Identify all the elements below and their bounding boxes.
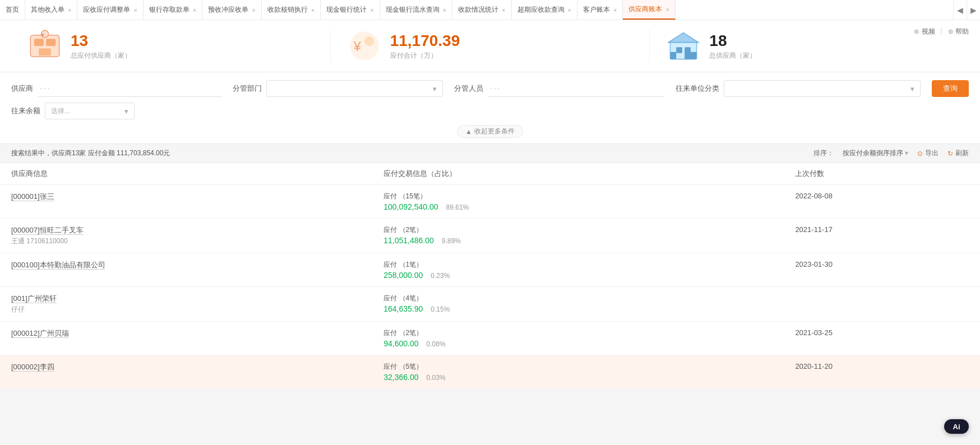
tab-income[interactable]: 其他收入单 × (25, 0, 77, 20)
svg-text:¥: ¥ (41, 31, 45, 38)
col-tx-info: 应付交易信息（占比） (372, 163, 784, 185)
tab-cashstat[interactable]: 现金银行统计 × (321, 0, 380, 20)
last-pay-date: 2020-11-20 (795, 362, 833, 370)
tx-label: 应付 （1笔） (383, 260, 773, 270)
store-icon (667, 29, 700, 63)
last-pay-cell: 2021-11-17 (784, 219, 980, 253)
supplier-icon: ¥ (28, 29, 62, 63)
tx-amount[interactable]: 11,051,486.00 (383, 236, 434, 245)
summary-card-payable: ¥ 11,170.39 应付合计（万） (330, 29, 650, 63)
balance-label: 往来余额 (11, 106, 40, 116)
refresh-icon: ↻ (947, 150, 953, 157)
tx-pct: 9.89% (442, 237, 461, 245)
close-icon[interactable]: × (68, 7, 71, 13)
close-icon[interactable]: × (665, 6, 669, 13)
supplier-link[interactable]: [000100]本特勤油品有限公司 (11, 261, 105, 270)
supplier-field: 供应商 ··· (11, 80, 221, 97)
supplier-info-cell: [000001]张三 (0, 185, 372, 219)
summary-card-supplier-count: ¥ 13 总应付供应商（家） (11, 29, 330, 63)
chevron-down-icon: ▾ (905, 149, 908, 157)
supplier-link[interactable]: [000012]广州贝瑞 (11, 329, 69, 338)
tab-supplier[interactable]: 供应商账本 × (623, 0, 675, 20)
category-field: 往来单位分类 ▾ (676, 80, 921, 97)
tx-info-cell: 应付 （5笔）32,366.000.03% (372, 355, 784, 389)
tab-home[interactable]: 首页 (0, 0, 25, 20)
tab-prepay[interactable]: 预收冲应收单 × (202, 0, 261, 20)
supplier-link[interactable]: [000002]李四 (11, 363, 54, 372)
close-icon[interactable]: × (568, 7, 571, 13)
right-actions: 排序： 按应付余额倒序排序 ▾ ⊙ 导出 ↻ 刷新 (813, 149, 969, 158)
tab-customer[interactable]: 客户账本 × (577, 0, 623, 20)
tx-amount[interactable]: 258,000.00 (383, 271, 423, 280)
close-icon[interactable]: × (252, 7, 255, 13)
tx-amount[interactable]: 164,635.90 (383, 304, 423, 313)
supplier-info-cell: [000002]李四 (0, 355, 372, 389)
video-link[interactable]: ⊙ 视频 (914, 27, 935, 36)
nav-next-button[interactable]: ▶ (967, 0, 980, 20)
svg-rect-2 (46, 39, 56, 46)
tx-amount[interactable]: 32,366.00 (383, 373, 418, 382)
tab-adjust[interactable]: 应收应付调整单 × (77, 0, 143, 20)
person-field: 分管人员 ··· (454, 80, 664, 97)
tab-verify[interactable]: 收款核销执行 × (262, 0, 321, 20)
tx-pct: 0.08% (427, 340, 446, 348)
category-dropdown[interactable]: ▾ (724, 80, 921, 97)
svg-rect-1 (34, 39, 44, 46)
tx-label: 应付 （15笔） (383, 192, 773, 201)
balance-field: 往来余额 选择... ▾ (11, 103, 157, 119)
supplier-info-cell: [000007]恒旺二手叉车王通 17106110000 (0, 219, 372, 253)
person-input[interactable]: ··· (488, 80, 664, 97)
tx-amount[interactable]: 100,092,540.00 (383, 202, 438, 211)
query-button[interactable]: 查询 (932, 80, 969, 97)
payable-icon: ¥ (348, 29, 381, 63)
refresh-button[interactable]: ↻ 刷新 (947, 149, 969, 158)
tx-label: 应付 （2笔） (383, 328, 773, 338)
close-icon[interactable]: × (311, 7, 315, 13)
tab-cashflow[interactable]: 现金银行流水查询 × (380, 0, 452, 20)
dept-dropdown[interactable]: ▾ (266, 80, 443, 97)
tab-bank[interactable]: 银行存取款单 × (144, 0, 202, 20)
help-link[interactable]: ⊙ 帮助 (948, 27, 969, 36)
tx-info-cell: 应付 （1笔）258,000.000.23% (372, 253, 784, 287)
tx-info-cell: 应付 （2笔）11,051,486.009.89% (372, 219, 784, 253)
last-pay-date: 2022-08-08 (795, 192, 833, 200)
table-row: [000001]张三应付 （15笔）100,092,540.0089.61%20… (0, 185, 980, 219)
close-icon[interactable]: × (443, 7, 446, 13)
tab-overdue[interactable]: 超期应收款查询 × (512, 0, 577, 20)
sort-select[interactable]: 按应付余额倒序排序 ▾ (843, 149, 908, 158)
close-icon[interactable]: × (133, 7, 137, 13)
balance-dropdown[interactable]: 选择... ▾ (45, 103, 135, 119)
last-pay-date: 2023-01-30 (795, 260, 833, 268)
nav-prev-button[interactable]: ◀ (953, 0, 967, 20)
result-bar: 搜索结果中，供应商13家 应付金额 111,703,854.00元 排序： 按应… (0, 144, 980, 163)
tx-amount[interactable]: 94,600.00 (383, 339, 418, 348)
collapse-bar: ▲ 收起更多条件 (11, 125, 969, 138)
table-row: [000012]广州贝瑞应付 （2笔）94,600.000.08%2021-03… (0, 322, 980, 355)
search-row-1: 供应商 ··· 分管部门 ▾ 分管人员 ··· 往来单位分类 ▾ 查询 (11, 80, 969, 97)
close-icon[interactable]: × (613, 7, 617, 13)
last-pay-date: 2021-11-17 (795, 225, 833, 234)
supplier-link[interactable]: [001]广州荣轩 (11, 294, 57, 303)
dept-label: 分管部门 (233, 84, 262, 94)
supplier-link[interactable]: [000001]张三 (11, 192, 54, 201)
collapse-button[interactable]: ▲ 收起更多条件 (457, 125, 523, 138)
close-icon[interactable]: × (370, 7, 373, 13)
close-icon[interactable]: × (193, 7, 196, 13)
search-row-2: 往来余额 选择... ▾ (11, 103, 969, 119)
tab-receiptstat[interactable]: 收款情况统计 × (452, 0, 511, 20)
supplier-label: 供应商 (11, 84, 33, 94)
close-icon[interactable]: × (502, 7, 505, 13)
person-label: 分管人员 (454, 84, 483, 94)
export-button[interactable]: ⊙ 导出 (917, 149, 939, 158)
col-last-pay: 上次付数 (784, 163, 980, 185)
top-nav: 首页 其他收入单 × 应收应付调整单 × 银行存取款单 × 预收冲应收单 × 收… (0, 0, 980, 20)
svg-point-8 (364, 36, 374, 46)
category-label: 往来单位分类 (676, 84, 719, 94)
svg-text:¥: ¥ (353, 39, 361, 54)
payable-amount-text: 11,170.39 应付合计（万） (390, 31, 460, 61)
last-pay-date: 2021-03-25 (795, 328, 833, 337)
tx-pct: 0.23% (431, 272, 450, 280)
supplier-link[interactable]: [000007]恒旺二手叉车 (11, 226, 84, 235)
chevron-down-icon: ▾ (910, 85, 914, 93)
supplier-input[interactable]: ··· (38, 80, 221, 97)
